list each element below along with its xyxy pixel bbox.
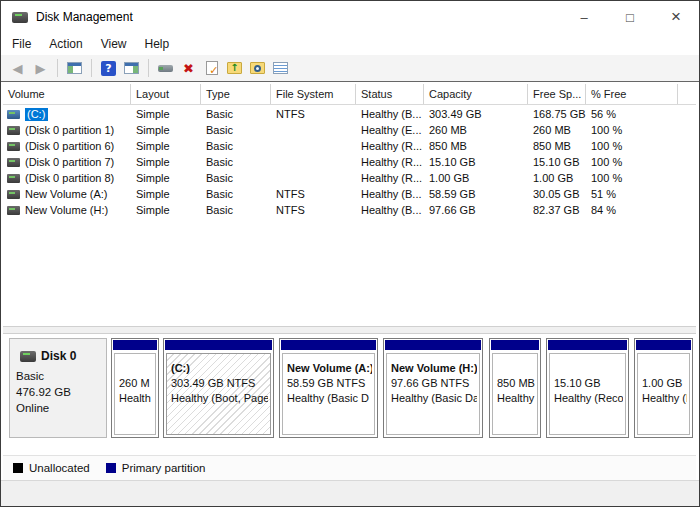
legend-primary-partition: Primary partition [106, 462, 206, 474]
title-bar[interactable]: Disk Management – □ × [1, 1, 699, 33]
partition-block-1gb[interactable]: 1.00 GB Healthy (R [634, 338, 693, 438]
drive-icon [7, 190, 20, 199]
volume-name: (Disk 0 partition 1) [25, 124, 114, 136]
disk-icon [20, 351, 36, 362]
partition-block-15gb[interactable]: 15.10 GB Healthy (Reco [546, 338, 629, 438]
cell-pct: 100 % [586, 156, 678, 168]
drive-icon [7, 206, 20, 215]
legend-unallocated-label: Unallocated [29, 462, 90, 474]
cell-layout: Simple [131, 108, 201, 120]
cell-capacity: 97.66 GB [424, 204, 528, 216]
cell-status: Healthy (R... [356, 172, 424, 184]
cell-fs: NTFS [271, 108, 356, 120]
drive-icon [7, 142, 20, 151]
partition-block-newvol-h[interactable]: New Volume (H:) 97.66 GB NTFS Healthy (B… [383, 338, 483, 438]
show-console-tree-icon[interactable] [65, 60, 84, 77]
menu-file[interactable]: File [3, 35, 40, 53]
primary-partition-bar [385, 340, 481, 350]
cell-type: Basic [201, 156, 271, 168]
primary-partition-bar [113, 340, 157, 350]
cell-pct: 84 % [586, 204, 678, 216]
device-icon[interactable] [156, 60, 175, 77]
show-action-pane-icon[interactable] [122, 60, 141, 77]
cell-layout: Simple [131, 172, 201, 184]
cell-capacity: 850 MB [424, 140, 528, 152]
cell-type: Basic [201, 188, 271, 200]
column-file-system[interactable]: File System [271, 84, 356, 104]
disk-label: Disk 0 [41, 349, 76, 363]
column-layout[interactable]: Layout [131, 84, 201, 104]
column-empty [678, 84, 696, 104]
cell-pct: 56 % [586, 108, 678, 120]
table-row-newvol-h[interactable]: New Volume (H:) Simple Basic NTFS Health… [3, 202, 696, 218]
table-row-p8[interactable]: (Disk 0 partition 8) Simple Basic Health… [3, 170, 696, 186]
cell-type: Basic [201, 108, 271, 120]
cell-capacity: 15.10 GB [424, 156, 528, 168]
column-pct-free[interactable]: % Free [586, 84, 678, 104]
disk-size: 476.92 GB [16, 384, 106, 400]
table-row-p7[interactable]: (Disk 0 partition 7) Simple Basic Health… [3, 154, 696, 170]
partition-block-850mb[interactable]: 850 MB Healthy ( [489, 338, 541, 438]
column-volume[interactable]: Volume [3, 84, 131, 104]
cell-status: Healthy (E... [356, 124, 424, 136]
toolbar-separator [57, 59, 58, 77]
primary-partition-bar [636, 340, 691, 350]
toolbar-separator [148, 59, 149, 77]
check-document-icon[interactable]: ✓ [202, 60, 221, 77]
menu-view[interactable]: View [92, 35, 136, 53]
cell-type: Basic [201, 172, 271, 184]
drive-icon [7, 158, 20, 167]
primary-partition-swatch-icon [106, 463, 116, 473]
delete-volume-icon[interactable]: ✖ [179, 60, 198, 77]
panel-splitter[interactable] [3, 326, 696, 334]
help-icon[interactable]: ? [99, 60, 118, 77]
table-row-p6[interactable]: (Disk 0 partition 6) Simple Basic Health… [3, 138, 696, 154]
cell-layout: Simple [131, 156, 201, 168]
cell-layout: Simple [131, 204, 201, 216]
primary-partition-bar [548, 340, 627, 350]
volume-list-header: Volume Layout Type File System Status Ca… [3, 84, 696, 105]
status-strip [1, 480, 699, 506]
cell-free: 1.00 GB [528, 172, 586, 184]
menu-action[interactable]: Action [40, 35, 91, 53]
explore-folder-icon[interactable] [248, 60, 267, 77]
cell-pct: 100 % [586, 172, 678, 184]
table-row-p1[interactable]: (Disk 0 partition 1) Simple Basic Health… [3, 122, 696, 138]
primary-partition-bar [491, 340, 539, 350]
table-row-newvol-a[interactable]: New Volume (A:) Simple Basic NTFS Health… [3, 186, 696, 202]
drive-icon [7, 110, 20, 119]
table-row-c[interactable]: (C:) Simple Basic NTFS Healthy (B... 303… [3, 106, 696, 122]
properties-icon[interactable] [271, 60, 290, 77]
partition-block-c[interactable]: (C:) 303.49 GB NTFS Healthy (Boot, Page [163, 338, 274, 438]
back-icon[interactable]: ◀ [8, 60, 27, 77]
column-free-space[interactable]: Free Sp... [528, 84, 586, 104]
extend-folder-icon[interactable]: ↑ [225, 60, 244, 77]
cell-free: 82.37 GB [528, 204, 586, 216]
column-capacity[interactable]: Capacity [424, 84, 528, 104]
cell-type: Basic [201, 124, 271, 136]
volume-name: (Disk 0 partition 7) [25, 156, 114, 168]
legend-unallocated: Unallocated [13, 462, 90, 474]
menu-help[interactable]: Help [136, 35, 179, 53]
window-controls: – □ × [561, 1, 699, 33]
drive-icon [7, 174, 20, 183]
unallocated-swatch-icon [13, 463, 23, 473]
column-status[interactable]: Status [356, 84, 424, 104]
minimize-button[interactable]: – [561, 1, 607, 33]
disk-type: Basic [16, 368, 106, 384]
forward-icon[interactable]: ▶ [31, 60, 50, 77]
partition-block-newvol-a[interactable]: New Volume (A:) 58.59 GB NTFS Healthy (B… [279, 338, 378, 438]
partition-block-260mb[interactable]: 260 M Health [111, 338, 159, 438]
app-drive-icon [12, 12, 28, 23]
disk-status: Online [16, 400, 106, 416]
cell-pct: 100 % [586, 140, 678, 152]
disk0-panel[interactable]: Disk 0 Basic 476.92 GB Online [9, 338, 107, 438]
maximize-button[interactable]: □ [607, 1, 653, 33]
cell-layout: Simple [131, 124, 201, 136]
disk-management-window: Disk Management – □ × File Action View H… [0, 0, 700, 507]
volume-name: (Disk 0 partition 8) [25, 172, 114, 184]
cell-free: 168.75 GB [528, 108, 586, 120]
close-button[interactable]: × [653, 1, 699, 33]
cell-status: Healthy (B... [356, 108, 424, 120]
column-type[interactable]: Type [201, 84, 271, 104]
